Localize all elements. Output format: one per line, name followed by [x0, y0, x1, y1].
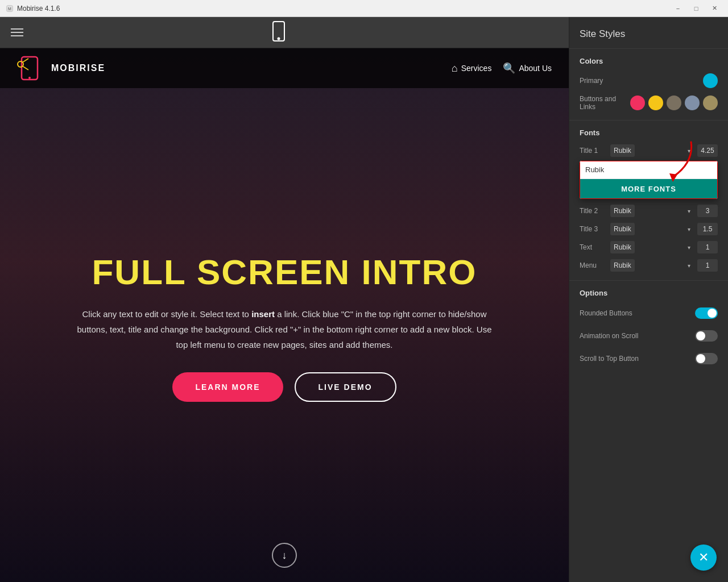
font-size-text[interactable] — [697, 241, 718, 253]
font-row-title2: Title 2 Rubik — [569, 202, 728, 220]
options-section-label: Options — [569, 281, 728, 302]
scroll-top-row: Scroll to Top Button — [569, 347, 728, 370]
rounded-buttons-label: Rounded Buttons — [580, 309, 632, 317]
font-select-text[interactable]: Rubik — [610, 241, 635, 253]
swatch-pink[interactable] — [630, 95, 645, 110]
hero-buttons: LEARN MORE LIVE DEMO — [74, 372, 495, 402]
rounded-buttons-toggle[interactable] — [695, 307, 718, 319]
hero-content: FULL SCREEN INTRO Click any text to edit… — [74, 252, 495, 413]
nav-item-services[interactable]: ⌂ Services — [452, 63, 492, 74]
font-size-title1[interactable] — [697, 144, 718, 157]
fab-container: ✕ — [569, 370, 728, 582]
font-select-title2[interactable]: Rubik — [610, 205, 635, 217]
rounded-buttons-row: Rounded Buttons — [569, 302, 728, 325]
fab-button[interactable]: ✕ — [690, 544, 717, 571]
learn-more-button[interactable]: LEARN MORE — [172, 372, 283, 402]
toggle-knob — [708, 309, 717, 318]
about-label: About Us — [519, 64, 552, 73]
animation-scroll-row: Animation on Scroll — [569, 325, 728, 347]
font-select-title3[interactable]: Rubik — [610, 223, 635, 235]
colors-section-label: Colors — [569, 49, 728, 70]
font-label-title3: Title 3 — [580, 225, 607, 233]
svg-line-18 — [22, 66, 28, 70]
svg-point-3 — [278, 38, 280, 40]
primary-color-swatch[interactable] — [703, 73, 718, 88]
window-chrome: M Mobirise 4.1.6 − □ ✕ — [0, 0, 728, 17]
search-icon: 🔍 — [503, 62, 515, 74]
primary-color-label: Primary — [580, 77, 603, 85]
font-search-input[interactable] — [580, 161, 718, 179]
scroll-top-label: Scroll to Top Button — [580, 355, 639, 363]
logo-text: MOBIRISE — [51, 63, 105, 73]
website-content: MOBIRISE ⌂ Services 🔍 About Us FULL SCR — [0, 48, 569, 582]
animation-scroll-toggle[interactable] — [695, 330, 718, 342]
font-size-title3[interactable] — [697, 223, 718, 235]
swatch-yellow[interactable] — [648, 95, 663, 110]
more-fonts-button[interactable]: MORE FONTS — [580, 179, 718, 199]
swatch-blue-gray[interactable] — [685, 95, 700, 110]
font-row-title3: Title 3 Rubik — [569, 220, 728, 238]
services-label: Services — [461, 64, 492, 73]
svg-point-15 — [28, 77, 31, 79]
maximize-button[interactable]: □ — [688, 3, 704, 14]
swatch-khaki[interactable] — [703, 95, 718, 110]
live-demo-button[interactable]: LIVE DEMO — [295, 372, 396, 402]
font-select-wrapper-text: Rubik — [610, 241, 694, 253]
font-label-title2: Title 2 — [580, 207, 607, 215]
minimize-button[interactable]: − — [670, 3, 686, 14]
toggle-knob-2 — [696, 331, 705, 340]
font-select-menu[interactable]: Rubik — [610, 259, 635, 272]
font-label-menu: Menu — [580, 261, 607, 269]
font-select-title1[interactable]: Rubik — [610, 144, 635, 157]
toolbar-left — [9, 26, 26, 39]
window-title: M Mobirise 4.1.6 — [6, 5, 60, 13]
window-title-text: Mobirise 4.1.6 — [17, 5, 60, 13]
preview-area: MOBIRISE ⌂ Services 🔍 About Us FULL SCR — [0, 17, 569, 582]
fab-icon: ✕ — [698, 550, 709, 565]
animation-scroll-label: Animation on Scroll — [580, 332, 638, 340]
font-size-title2[interactable] — [697, 205, 718, 217]
fonts-section-label: Fonts — [569, 120, 728, 142]
panel-title: Site Styles — [569, 17, 728, 49]
hero-title[interactable]: FULL SCREEN INTRO — [74, 252, 495, 292]
site-nav-links: ⌂ Services 🔍 About Us — [452, 62, 552, 74]
site-styles-panel: Site Styles Colors Primary Buttons and L… — [569, 17, 728, 582]
hamburger-line-2 — [11, 32, 23, 33]
colors-section: Colors Primary Buttons and Links — [569, 49, 728, 120]
main-layout: MOBIRISE ⌂ Services 🔍 About Us FULL SCR — [0, 17, 728, 582]
logo-icon — [17, 54, 46, 82]
font-select-wrapper-title3: Rubik — [610, 223, 694, 235]
hamburger-button[interactable] — [9, 26, 26, 39]
window-controls: − □ ✕ — [670, 3, 722, 14]
font-select-wrapper-title2: Rubik — [610, 205, 694, 217]
close-button[interactable]: ✕ — [706, 3, 722, 14]
color-swatches — [630, 95, 718, 110]
site-navigation: MOBIRISE ⌂ Services 🔍 About Us — [0, 48, 569, 88]
font-label-title1: Title 1 — [580, 147, 607, 155]
fonts-section: Fonts Title 1 Rubik MORE FONTS — [569, 120, 728, 280]
toolbar — [0, 17, 569, 48]
font-row-title1: Title 1 Rubik — [569, 142, 728, 160]
buttons-links-label: Buttons and Links — [580, 95, 630, 111]
toolbar-center — [272, 21, 286, 44]
swatch-brown[interactable] — [667, 95, 681, 110]
nav-item-about[interactable]: 🔍 About Us — [503, 62, 552, 74]
app-icon: M — [6, 5, 14, 13]
scroll-down-button[interactable]: ↓ — [272, 543, 297, 568]
font-row-menu: Menu Rubik — [569, 256, 728, 275]
hero-subtitle-bold: insert — [251, 309, 275, 319]
svg-rect-14 — [22, 57, 38, 80]
home-icon: ⌂ — [452, 63, 458, 74]
scroll-top-toggle[interactable] — [695, 353, 718, 364]
buttons-links-row: Buttons and Links — [569, 92, 728, 114]
hamburger-line-1 — [11, 28, 23, 30]
options-section: Options Rounded Buttons Animation on Scr… — [569, 280, 728, 370]
font-dropdown-popup: MORE FONTS — [580, 161, 718, 199]
toggle-knob-3 — [696, 354, 705, 363]
mobile-preview-button[interactable] — [272, 21, 286, 44]
font-select-wrapper-menu: Rubik — [610, 259, 694, 272]
svg-line-17 — [22, 59, 28, 63]
hero-subtitle: Click any text to edit or style it. Sele… — [74, 306, 495, 352]
font-select-wrapper-title1: Rubik — [610, 144, 694, 157]
font-size-menu[interactable] — [697, 259, 718, 272]
